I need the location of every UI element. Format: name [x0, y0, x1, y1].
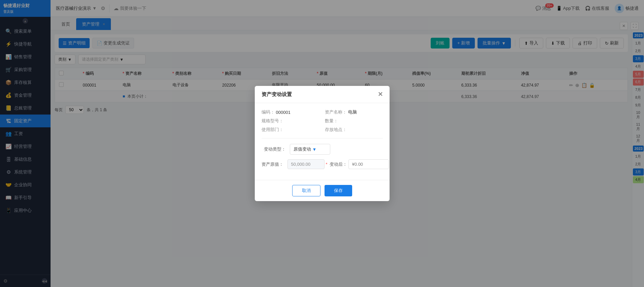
required-mark: * [326, 162, 328, 167]
modal-spec-item: 规格型号： [262, 118, 319, 124]
modal-code-label: 编码： [262, 109, 275, 115]
modal-header: 资产变动设置 ✕ [255, 86, 390, 103]
modal-footer: 取消 保存 [255, 180, 390, 201]
change-type-select[interactable]: 原值变动 ▼ [290, 144, 330, 155]
modal-change-type-label: 变动类型： [262, 146, 286, 152]
modal-title: 资产变动设置 [262, 91, 292, 98]
asset-change-modal: 资产变动设置 ✕ 编码： 000001 资产名称： 电脑 规格型号： 数 [255, 86, 390, 201]
modal-asset-value-row: 资产原值： * 变动后： [262, 159, 383, 169]
modal-name-item: 资产名称： 电脑 [325, 109, 383, 115]
modal-overlay: 资产变动设置 ✕ 编码： 000001 资产名称： 电脑 规格型号： 数 [0, 0, 644, 287]
modal-info-grid: 编码： 000001 资产名称： 电脑 规格型号： 数量： 使用部门： [262, 109, 383, 138]
modal-asset-value-label: 资产原值： [262, 161, 283, 167]
modal-spec-label: 规格型号： [262, 118, 283, 124]
modal-quantity-item: 数量： [325, 118, 383, 124]
modal-close-btn[interactable]: ✕ [378, 91, 383, 98]
modal-dept-label: 使用部门： [262, 127, 283, 133]
modal-location-item: 存放地点： [325, 127, 383, 133]
modal-asset-value-field: * 变动后： [287, 159, 389, 169]
change-type-arrow-icon: ▼ [312, 147, 317, 152]
change-type-value: 原值变动 [294, 146, 311, 152]
modal-after-label: 变动后： [330, 161, 347, 167]
modal-name-label: 资产名称： [325, 109, 347, 115]
modal-cancel-btn[interactable]: 取消 [292, 185, 320, 196]
modal-save-btn[interactable]: 保存 [325, 185, 352, 196]
modal-location-label: 存放地点： [325, 127, 347, 133]
modal-body: 编码： 000001 资产名称： 电脑 规格型号： 数量： 使用部门： [255, 103, 390, 180]
after-value-input[interactable] [348, 159, 389, 169]
asset-value-input[interactable] [287, 159, 325, 169]
modal-change-type-field: 原值变动 ▼ [290, 144, 383, 155]
modal-dept-item: 使用部门： [262, 127, 319, 133]
modal-code-item: 编码： 000001 [262, 109, 319, 115]
modal-quantity-label: 数量： [325, 118, 338, 124]
modal-change-type-row: 变动类型： 原值变动 ▼ [262, 144, 383, 155]
modal-name-value: 电脑 [348, 109, 357, 115]
modal-code-value: 000001 [276, 110, 290, 115]
